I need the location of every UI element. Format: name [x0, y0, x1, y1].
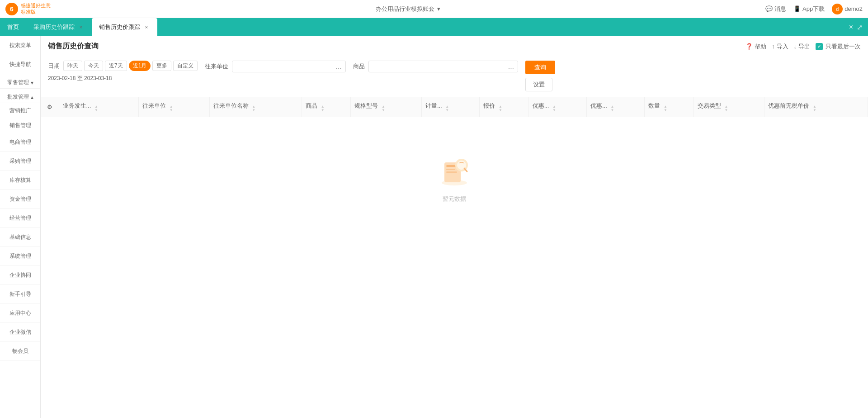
table-header-row: ⚙ 业务发生... ▲▼ 往来单位 ▲▼ 往来单位名称 ▲▼ [41, 97, 868, 117]
sidebar-item-marketing[interactable]: 营销推广 [0, 103, 40, 118]
sort-pretax-price[interactable]: ▲▼ [813, 105, 816, 112]
sort-quoted-price[interactable]: ▲▼ [499, 105, 502, 112]
sort-spec[interactable]: ▲▼ [382, 105, 385, 112]
goods-label: 商品 [353, 62, 365, 71]
sidebar-item-ecommerce[interactable]: 电商管理 [0, 133, 40, 152]
table-container: ⚙ 业务发生... ▲▼ 往来单位 ▲▼ 往来单位名称 ▲▼ [41, 97, 868, 418]
only-last-checkbox[interactable]: ✓ [816, 43, 823, 50]
goods-input[interactable] [373, 63, 508, 70]
only-last-toggle[interactable]: ✓ 只看最后一次 [816, 43, 861, 51]
col-quantity[interactable]: 数量 ▲▼ [645, 97, 693, 117]
app-selector-area[interactable]: 办公用品行业模拟账套 ▾ [376, 5, 440, 13]
partner-filter: 往来单位 ... [205, 61, 345, 72]
close-all-tabs-btn[interactable]: × [849, 23, 853, 31]
svg-rect-4 [446, 171, 457, 173]
sidebar-item-quick-nav[interactable]: 快捷导航 [0, 55, 40, 74]
goods-filter: 商品 ... [353, 61, 518, 72]
message-btn[interactable]: 💬 消息 [765, 5, 786, 13]
sort-unit[interactable]: ▲▼ [445, 105, 449, 112]
empty-text: 暂元数据 [443, 195, 466, 203]
col-discount1[interactable]: 优惠... ▲▼ [528, 97, 586, 117]
col-trade-type[interactable]: 交易类型 ▲▼ [693, 97, 764, 117]
sort-goods[interactable]: ▲▼ [321, 105, 325, 112]
date-btn-yesterday[interactable]: 昨天 [63, 61, 82, 71]
sidebar-item-system[interactable]: 系统管理 [0, 247, 40, 266]
col-quoted-price[interactable]: 报价 ▲▼ [480, 97, 528, 117]
sidebar-item-wholesale[interactable]: 批发管理 ▴ [0, 89, 40, 103]
sidebar-item-enterprise[interactable]: 企业协同 [0, 266, 40, 285]
goods-dots-btn[interactable]: ... [508, 62, 514, 71]
dropdown-icon[interactable]: ▾ [437, 5, 440, 12]
empty-state: 暂元数据 [41, 117, 868, 239]
tab-sales[interactable]: 销售历史价跟踪 × [92, 18, 157, 36]
import-btn[interactable]: ↑ 导入 [772, 43, 788, 51]
tab-sales-label: 销售历史价跟踪 [99, 23, 140, 31]
date-btn-7days[interactable]: 近7天 [105, 61, 127, 71]
partner-input[interactable] [236, 63, 335, 70]
retail-arrow-icon: ▾ [31, 80, 33, 86]
logo-text: 畅捷通好生意 标准版 [21, 3, 51, 14]
sidebar-item-member[interactable]: 畅会员 [0, 342, 40, 361]
col-goods[interactable]: 商品 ▲▼ [302, 97, 351, 117]
col-partner-code[interactable]: 往来单位 ▲▼ [139, 97, 209, 117]
sort-biz-date[interactable]: ▲▼ [94, 105, 98, 112]
tab-purchase[interactable]: 采购历史价跟踪 × [26, 18, 92, 36]
sort-trade-type[interactable]: ▲▼ [724, 105, 728, 112]
settings-button[interactable]: 设置 [525, 78, 552, 91]
sidebar-item-inventory[interactable]: 库存核算 [0, 171, 40, 190]
logo-icon: 6 [5, 3, 18, 15]
page-header: 销售历史价查询 ❓ 帮助 ↑ 导入 ↓ 导出 ✓ 只看最后一次 [41, 36, 868, 55]
sidebar-item-purchase[interactable]: 采购管理 [0, 152, 40, 171]
col-biz-date[interactable]: 业务发生... ▲▼ [59, 97, 139, 117]
date-btn-1month[interactable]: 近1月 [129, 61, 151, 71]
sidebar-item-finance[interactable]: 资金管理 [0, 190, 40, 209]
sort-quantity[interactable]: ▲▼ [664, 105, 667, 112]
help-icon: ❓ [745, 43, 753, 50]
col-partner-name[interactable]: 往来单位名称 ▲▼ [209, 97, 302, 117]
sidebar-item-sales-mgmt[interactable]: 销售管理 [0, 118, 40, 133]
goods-input-wrapper: ... [368, 61, 518, 72]
sidebar-item-retail[interactable]: 零售管理 ▾ [0, 74, 40, 89]
tab-home-label: 首页 [7, 23, 19, 31]
col-pretax-price[interactable]: 优惠前无税单价 ▲▼ [764, 97, 868, 117]
date-filter: 日期 昨天 今天 近7天 近1月 更多 自定义 [48, 61, 198, 71]
partner-input-wrapper: ... [232, 61, 345, 72]
date-btn-more[interactable]: 更多 [152, 61, 171, 71]
date-btn-today[interactable]: 今天 [84, 61, 103, 71]
date-buttons: 昨天 今天 近7天 近1月 更多 自定义 [63, 61, 198, 71]
tab-sales-close[interactable]: × [143, 24, 150, 31]
tab-home[interactable]: 首页 [0, 18, 26, 36]
sort-discount2[interactable]: ▲▼ [611, 105, 614, 112]
col-settings[interactable]: ⚙ [41, 97, 59, 117]
sort-discount1[interactable]: ▲▼ [552, 105, 556, 112]
sidebar-item-operations[interactable]: 经营管理 [0, 209, 40, 228]
maximize-btn[interactable]: ⤢ [857, 23, 863, 32]
export-btn[interactable]: ↓ 导出 [794, 43, 811, 51]
app-selector-label: 办公用品行业模拟账套 [376, 5, 434, 13]
help-btn[interactable]: ❓ 帮助 [745, 43, 766, 51]
sidebar-item-guide[interactable]: 新手引导 [0, 285, 40, 304]
date-filter-col: 日期 昨天 今天 近7天 近1月 更多 自定义 2023-02-18 至 202… [48, 61, 198, 82]
sidebar-item-app-center[interactable]: 应用中心 [0, 304, 40, 323]
filter-bar: 日期 昨天 今天 近7天 近1月 更多 自定义 2023-02-18 至 202… [41, 55, 868, 97]
sidebar-item-basic-info[interactable]: 基础信息 [0, 228, 40, 247]
message-icon: 💬 [765, 5, 773, 12]
app-download-btn[interactable]: 📱 App下载 [793, 5, 825, 13]
date-btn-custom[interactable]: 自定义 [173, 61, 198, 71]
col-discount2[interactable]: 优惠... ▲▼ [587, 97, 645, 117]
sort-partner-code[interactable]: ▲▼ [170, 105, 173, 112]
partner-dots-btn[interactable]: ... [335, 62, 341, 71]
sidebar-item-enterprise-wechat[interactable]: 企业微信 [0, 323, 40, 342]
top-bar: 6 畅捷通好生意 标准版 办公用品行业模拟账套 ▾ 💬 消息 📱 App下载 d… [0, 0, 868, 18]
tab-purchase-close[interactable]: × [77, 24, 85, 31]
export-icon: ↓ [794, 43, 797, 50]
sort-partner-name[interactable]: ▲▼ [252, 105, 255, 112]
settings-icon[interactable]: ⚙ [47, 104, 52, 110]
col-spec[interactable]: 规格型号 ▲▼ [351, 97, 421, 117]
user-avatar-area[interactable]: d demo2 [832, 4, 863, 14]
query-button[interactable]: 查询 [525, 61, 555, 74]
col-unit[interactable]: 计量... ▲▼ [421, 97, 479, 117]
sidebar-item-search[interactable]: 搜索菜单 [0, 36, 40, 55]
content-area: 销售历史价查询 ❓ 帮助 ↑ 导入 ↓ 导出 ✓ 只看最后一次 [41, 36, 868, 418]
tab-bar-actions: × ⤢ [849, 23, 868, 32]
